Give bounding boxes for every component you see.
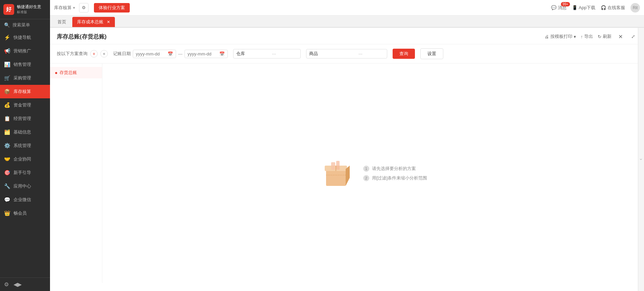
right-side-panel[interactable]: ›: [638, 28, 644, 291]
top-bar-left: 库存核算 ▾ ⚙ 体验行业方案: [54, 3, 551, 13]
app-download-button[interactable]: 📱 App下载: [572, 5, 595, 11]
filter-add-button[interactable]: +: [90, 50, 98, 57]
topbar-settings-button[interactable]: ⚙: [79, 3, 89, 13]
left-panel: ● 存货总账: [50, 64, 102, 283]
finance-icon: 💰: [4, 102, 10, 108]
sidebar-footer: ⚙ ◀▶: [0, 277, 50, 291]
operations-icon: 📋: [4, 116, 10, 122]
svg-rect-5: [331, 162, 335, 170]
date-to-input[interactable]: 📅: [184, 50, 228, 58]
query-button[interactable]: 查询: [393, 49, 415, 59]
phone-icon: 📱: [572, 5, 577, 10]
sidebar-search[interactable]: 🔍 搜索菜单: [0, 19, 50, 31]
filter-bar: 按以下方案查询 + « 记账日期 📅 — 📅 仓库 ···: [50, 44, 644, 64]
warehouse-more-icon: ···: [272, 51, 276, 56]
messages-badge: 99+: [561, 2, 570, 6]
sidebar-item-label: 经营管理: [14, 116, 46, 122]
purchase-icon: 🛒: [4, 75, 10, 81]
sidebar-item-label: 系统管理: [14, 143, 46, 149]
export-button[interactable]: ↑ 导出: [581, 33, 593, 40]
top-bar-right: 💬 消息 99+ 📱 App下载 🎧 在线客服 Rit: [551, 3, 640, 13]
sidebar-item-purchase[interactable]: 🛒 采购管理: [0, 71, 50, 85]
tab-home[interactable]: 首页: [53, 17, 71, 27]
calendar-from-icon: 📅: [168, 51, 173, 56]
tab-bar: 首页 库存成本总账 ✕: [50, 16, 644, 28]
sidebar-item-basic[interactable]: 🗂️ 基础信息: [0, 125, 50, 139]
sidebar-item-system[interactable]: ⚙️ 系统管理: [0, 139, 50, 152]
sidebar-item-wechat[interactable]: 💬 企业微信: [0, 193, 50, 207]
tip-text-2: 用[过滤]条件来缩小分析范围: [372, 175, 427, 181]
messages-button[interactable]: 💬 消息 99+: [551, 5, 567, 11]
print-button[interactable]: 🖨 按模板打印 ▾: [545, 33, 576, 40]
filter-scheme-section: 按以下方案查询 + «: [57, 50, 108, 57]
enterprise-icon: 🤝: [4, 156, 10, 162]
filter-collapse-button[interactable]: «: [100, 50, 108, 57]
close-panel-button[interactable]: ✕: [616, 32, 624, 41]
goods-select[interactable]: 商品 ···: [306, 49, 387, 58]
sidebar-item-label: 新手引导: [14, 170, 46, 176]
refresh-icon: ↻: [598, 34, 601, 39]
wechat-icon: 💬: [4, 197, 10, 203]
app-logo-icon: 好: [3, 4, 14, 15]
empty-tip-2: 2 用[过滤]条件来缩小分析范围: [363, 175, 427, 181]
empty-tips: 1 请先选择要分析的方案 2 用[过滤]条件来缩小分析范围: [363, 166, 427, 181]
empty-illustration: [319, 158, 353, 189]
industry-btn[interactable]: 体验行业方案: [94, 3, 130, 13]
date-to-field[interactable]: [188, 51, 217, 56]
gear-icon: ⚙: [82, 5, 86, 10]
sidebar-item-label: 采购管理: [14, 75, 46, 81]
tab-home-label: 首页: [57, 19, 66, 24]
sidebar-item-marketing[interactable]: 📢 营销推广: [0, 44, 50, 58]
guide-icon: 🎯: [4, 170, 10, 176]
member-icon: 👑: [4, 210, 10, 216]
online-service-button[interactable]: 🎧 在线客服: [601, 5, 625, 11]
sidebar-item-label: 资金管理: [14, 102, 46, 108]
settings-icon[interactable]: ⚙: [4, 281, 9, 288]
app-download-label: App下载: [579, 5, 595, 11]
panel-arrow-icon: ›: [639, 159, 644, 160]
tab-close-icon[interactable]: ✕: [107, 20, 110, 24]
date-separator: —: [178, 51, 182, 56]
date-from-input[interactable]: 📅: [133, 50, 176, 58]
sidebar-item-sales[interactable]: 📊 销售管理: [0, 58, 50, 71]
user-avatar[interactable]: Rit: [630, 3, 640, 13]
goods-more-icon: ···: [358, 51, 363, 56]
sidebar-item-member[interactable]: 👑 畅会员: [0, 207, 50, 220]
sidebar-item-appstore[interactable]: 🔧 应用中心: [0, 179, 50, 193]
search-icon: 🔍: [4, 22, 10, 28]
sidebar-item-label: 企业微信: [14, 197, 46, 203]
expand-button[interactable]: ⤢: [629, 32, 637, 41]
settings-button[interactable]: 设置: [420, 48, 443, 59]
refresh-button[interactable]: ↻ 刷新: [598, 33, 612, 40]
calendar-to-icon: 📅: [219, 51, 225, 56]
warehouse-select[interactable]: 仓库 ···: [233, 49, 301, 58]
sidebar-item-finance[interactable]: 💰 资金管理: [0, 98, 50, 112]
content-area: 库存总账(存货总账) 🖨 按模板打印 ▾ ↑ 导出 ↻ 刷新 ✕ ⤢: [50, 28, 644, 291]
headset-icon: 🎧: [601, 5, 606, 10]
main-area: 库存核算 ▾ ⚙ 体验行业方案 💬 消息 99+ 📱 App下载 🎧 在线客服: [50, 0, 644, 291]
sidebar-item-enterprise[interactable]: 🤝 企业协同: [0, 152, 50, 166]
sidebar-nav: ⚡ 快捷导航 📢 营销推广 📊 销售管理 🛒 采购管理 📦 库存核算 💰 资金管…: [0, 31, 50, 277]
sidebar-item-inventory[interactable]: 📦 库存核算: [0, 85, 50, 98]
sidebar-item-guide[interactable]: 🎯 新手引导: [0, 166, 50, 179]
filter-scheme-label: 按以下方案查询: [57, 51, 88, 57]
marketing-icon: 📢: [4, 48, 10, 54]
sidebar-item-label: 基础信息: [14, 129, 46, 135]
inventory-total-icon: ●: [55, 70, 57, 75]
breadcrumb-text: 库存核算: [54, 5, 72, 11]
date-from-field[interactable]: [136, 51, 166, 56]
sidebar-item-label: 应用中心: [14, 183, 46, 189]
sidebar-item-label: 快捷导航: [14, 34, 46, 41]
breadcrumb: 库存核算 ▾: [54, 5, 76, 11]
empty-tip-1: 1 请先选择要分析的方案: [363, 166, 427, 172]
left-panel-item-inventory-total[interactable]: ● 存货总账: [50, 67, 102, 78]
toggle-sidebar-icon[interactable]: ◀▶: [14, 281, 22, 288]
inventory-icon: 📦: [4, 89, 10, 95]
sidebar-item-operations[interactable]: 📋 经营管理: [0, 112, 50, 125]
message-icon: 💬: [551, 5, 556, 10]
app-edition: 标准版: [17, 10, 41, 15]
tip-num-2: 2: [363, 175, 369, 181]
tab-inventory-ledger[interactable]: 库存成本总账 ✕: [72, 17, 115, 27]
sidebar-item-label: 销售管理: [14, 62, 46, 68]
sidebar-item-shortcut[interactable]: ⚡ 快捷导航: [0, 31, 50, 44]
